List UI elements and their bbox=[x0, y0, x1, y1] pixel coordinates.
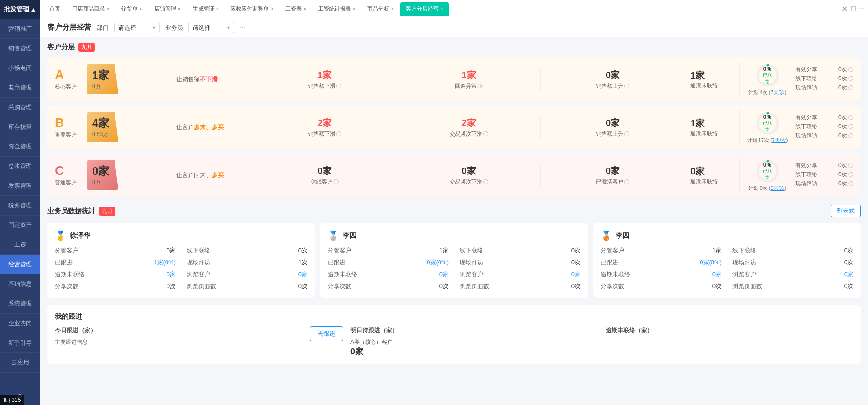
plan-link-B[interactable]: 7天/次 bbox=[772, 137, 786, 143]
sidebar-item-总账管理[interactable]: 总账管理 bbox=[0, 157, 40, 176]
info-icon[interactable]: ⓘ bbox=[478, 83, 483, 89]
tab-店铺管理[interactable]: 店铺管理× bbox=[149, 2, 186, 16]
info-icon[interactable]: ⓘ bbox=[624, 131, 629, 137]
staff-stats-0: 分管客户 0家 线下联络 0次 已跟进 1家(0%) 现场拜访 1次 逾期未联络… bbox=[55, 247, 308, 290]
sidebar-item-企业协同[interactable]: 企业协同 bbox=[0, 314, 40, 333]
list-view-button[interactable]: 列表式 bbox=[831, 205, 861, 217]
sidebar-item-系统管理[interactable]: 系统管理 bbox=[0, 294, 40, 314]
sidebar-item-新手引导[interactable]: 新手引导 bbox=[0, 333, 40, 353]
tab-expand-icon[interactable]: □ bbox=[851, 5, 856, 13]
info-icon-r[interactable]: ⓘ bbox=[848, 67, 853, 72]
info-icon[interactable]: ⓘ bbox=[336, 131, 341, 137]
info-icon[interactable]: ⓘ bbox=[336, 83, 341, 89]
info-icon[interactable]: ⓘ bbox=[483, 179, 488, 185]
staff-stat-val-1-5[interactable]: 0家 bbox=[571, 270, 580, 279]
biz-month-badge: 九月 bbox=[99, 207, 115, 216]
tab-close-商品分析[interactable]: × bbox=[391, 6, 394, 11]
tab-close-销货单[interactable]: × bbox=[140, 6, 142, 11]
tab-客户分层经营[interactable]: 客户分层经营× bbox=[400, 2, 449, 16]
tomorrow-val: 0家 bbox=[350, 346, 598, 357]
tab-close-生成凭证[interactable]: × bbox=[216, 6, 219, 11]
tab-close-门店商品目录[interactable]: × bbox=[107, 6, 110, 11]
staff-stat-val-2-2[interactable]: 0家(0%) bbox=[700, 258, 722, 267]
tab-工资统计报表[interactable]: 工资统计报表× bbox=[313, 2, 361, 16]
dept-select[interactable]: 请选择 bbox=[114, 22, 160, 33]
sidebar-top-label: 批发管理 bbox=[4, 5, 29, 14]
tab-应收应付调整单[interactable]: 应收应付调整单× bbox=[225, 2, 279, 16]
sidebar-item-销售管理[interactable]: 销售管理 bbox=[0, 39, 40, 58]
sidebar-item-经营管理[interactable]: 经营管理 bbox=[0, 255, 40, 274]
sidebar-item-云应用[interactable]: 云应用 bbox=[0, 353, 40, 373]
sidebar-collapse-icon[interactable]: ▲ bbox=[30, 6, 37, 13]
tab-首页[interactable]: 首页 bbox=[44, 2, 66, 16]
tier-circle-B: 0% 已联络 计划 17次 (7天/次) bbox=[739, 110, 790, 144]
sidebar-item-资金管理[interactable]: 资金管理 bbox=[0, 137, 40, 157]
sidebar-item-电商管理[interactable]: 电商管理 bbox=[0, 78, 40, 98]
info-icon-r[interactable]: ⓘ bbox=[848, 133, 853, 138]
tab-生成凭证[interactable]: 生成凭证× bbox=[187, 2, 225, 16]
staff-stat-2-2: 已跟进 0家(0%) bbox=[601, 258, 722, 267]
info-icon-r[interactable]: ⓘ bbox=[848, 172, 853, 177]
info-icon[interactable]: ⓘ bbox=[334, 179, 339, 185]
staff-stat-val-0-1: 0次 bbox=[298, 247, 308, 255]
dept-select-wrapper[interactable]: 请选择 bbox=[114, 22, 160, 33]
info-icon-r[interactable]: ⓘ bbox=[848, 163, 853, 168]
sidebar-item-库存核算[interactable]: 库存核算 bbox=[0, 117, 40, 137]
tier-stats-A: 1家 销售额下滑 ⓘ 1家 回购异常 ⓘ 0家 销售额上升 ⓘ bbox=[253, 67, 685, 92]
tab-close-客户分层经营[interactable]: × bbox=[440, 6, 443, 11]
more-options-icon[interactable]: ··· bbox=[240, 24, 246, 32]
staff-stat-2-1: 线下联络 0次 bbox=[732, 247, 853, 255]
tab-close-店铺管理[interactable]: × bbox=[178, 6, 181, 11]
staff-stat-0-7: 浏览页面数 0次 bbox=[187, 282, 308, 290]
info-icon-r[interactable]: ⓘ bbox=[848, 115, 853, 120]
tier-suggestion-A: 让销售额不下滑 bbox=[176, 75, 249, 84]
plan-link-C[interactable]: 0天/次 bbox=[771, 185, 785, 191]
sidebar-item-小畅电商[interactable]: 小畅电商 bbox=[0, 58, 40, 78]
tab-close-应收应付调整单[interactable]: × bbox=[271, 6, 273, 11]
staff-stat-val-0-5[interactable]: 0家 bbox=[298, 270, 308, 279]
tab-close-工资表[interactable]: × bbox=[303, 6, 306, 11]
staff-stat-2-7: 浏览页面数 0次 bbox=[732, 282, 853, 290]
tab-bar: 首页门店商品目录×销货单×店铺管理×生成凭证×应收应付调整单×工资表×工资统计报… bbox=[40, 0, 868, 18]
staff-stat-val-0-2[interactable]: 1家(0%) bbox=[154, 258, 176, 267]
tab-close-工资统计报表[interactable]: × bbox=[353, 6, 356, 11]
tab-销货单[interactable]: 销货单× bbox=[116, 2, 148, 16]
tomorrow-followup-label: 明日待跟进（家） bbox=[350, 326, 598, 335]
sidebar-item-税务管理[interactable]: 税务管理 bbox=[0, 196, 40, 216]
staff-stat-val-2-5[interactable]: 0家 bbox=[844, 270, 853, 279]
dept-label: 部门 bbox=[97, 24, 109, 32]
plan-link-A[interactable]: 7天/次 bbox=[771, 89, 785, 95]
sidebar-item-发票管理[interactable]: 发票管理 bbox=[0, 176, 40, 196]
info-icon-r[interactable]: ⓘ bbox=[848, 124, 853, 129]
staff-stat-1-6: 分享次数 0次 bbox=[328, 282, 449, 290]
tab-工资表[interactable]: 工资表× bbox=[280, 2, 312, 16]
sidebar-top[interactable]: 批发管理 ▲ bbox=[0, 0, 40, 19]
info-icon-r[interactable]: ⓘ bbox=[848, 76, 853, 81]
info-icon-r[interactable]: ⓘ bbox=[848, 85, 853, 90]
tab-商品分析[interactable]: 商品分析× bbox=[362, 2, 399, 16]
info-icon[interactable]: ⓘ bbox=[483, 131, 488, 137]
right-stat-C-2: 现场拜访 0次 ⓘ bbox=[795, 180, 853, 188]
tab-门店商品目录[interactable]: 门店商品目录× bbox=[67, 2, 115, 16]
tab-close-icon[interactable]: ─ bbox=[859, 5, 864, 13]
sidebar-item-营销推广[interactable]: 营销推广 bbox=[0, 19, 40, 39]
right-stat-C-0: 有效分享 0次 ⓘ bbox=[795, 162, 853, 169]
sidebar-item-工资[interactable]: 工资 bbox=[0, 235, 40, 255]
tab-more-icon[interactable]: ✕ bbox=[842, 5, 847, 13]
info-icon[interactable]: ⓘ bbox=[624, 83, 629, 89]
staff-select[interactable]: 请选择 bbox=[188, 22, 234, 33]
staff-name-1: 李四 bbox=[343, 231, 356, 240]
info-icon[interactable]: ⓘ bbox=[624, 179, 629, 185]
staff-stat-val-1-2[interactable]: 0家(0%) bbox=[427, 258, 449, 267]
staff-name-2: 李四 bbox=[616, 231, 629, 240]
staff-stat-2-5: 浏览客户 0家 bbox=[732, 270, 853, 279]
goto-followup-button[interactable]: 去跟进 bbox=[310, 326, 343, 341]
staff-select-wrapper[interactable]: 请选择 bbox=[188, 22, 234, 33]
staff-stat-val-1-4[interactable]: 0家 bbox=[439, 270, 449, 279]
sidebar-item-基础信息[interactable]: 基础信息 bbox=[0, 274, 40, 294]
info-icon-r[interactable]: ⓘ bbox=[848, 181, 853, 186]
sidebar-item-固定资产[interactable]: 固定资产 bbox=[0, 216, 40, 235]
staff-stat-val-0-4[interactable]: 0家 bbox=[167, 270, 176, 279]
sidebar-item-采购管理[interactable]: 采购管理 bbox=[0, 98, 40, 117]
staff-stat-val-2-4[interactable]: 0家 bbox=[712, 270, 722, 279]
